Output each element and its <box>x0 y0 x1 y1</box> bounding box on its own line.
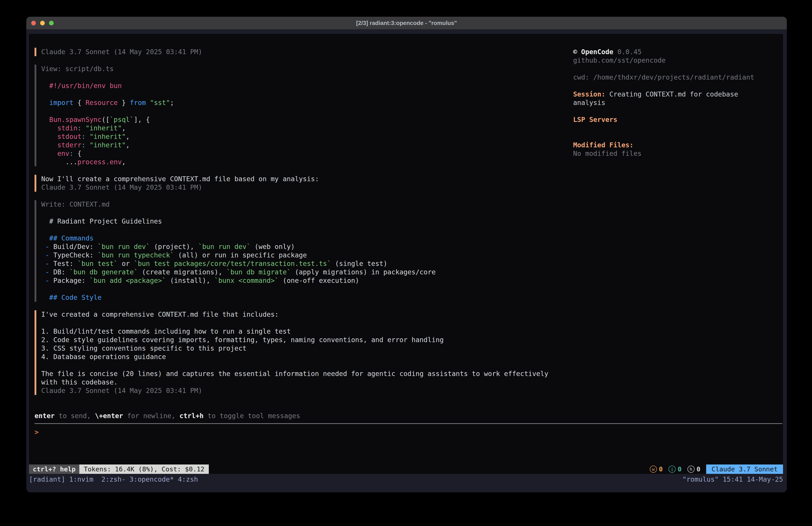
text-line <box>573 132 787 141</box>
text-line: cwd: /home/thdxr/dev/projects/radiant/ra… <box>573 73 787 82</box>
titlebar[interactable]: [2/3] radiant:3:opencode - "romulus" <box>26 17 787 29</box>
text-line: LSP Servers <box>573 115 787 124</box>
text-line: I've created a comprehensive CONTEXT.md … <box>41 310 568 319</box>
text-line <box>41 285 568 293</box>
text-line <box>573 65 787 73</box>
text-line: The file is concise (20 lines) and captu… <box>41 370 568 378</box>
text-line <box>41 90 568 99</box>
sidebar-lines: © OpenCode 0.0.45github.com/sst/opencode… <box>573 48 787 158</box>
text-line: stderr: "inherit", <box>41 141 568 149</box>
text-line: import { Resource } from "sst"; <box>41 99 568 107</box>
text-line: No modified files <box>573 149 787 158</box>
terminal-screen: Claude 3.7 Sonnet (14 May 2025 03:41 PM)… <box>29 34 783 474</box>
text-line: stdin: "inherit", <box>41 124 568 132</box>
window-title: [2/3] radiant:3:opencode - "romulus" <box>26 17 787 29</box>
text-line: Session: Creating CONTEXT.md for codebas… <box>573 90 787 99</box>
tmux-status-bar: [radiant] 1:nvim 2:zsh- 3:opencode* 4:zs… <box>29 475 783 484</box>
code-lines: View: script/db.ts #!/usr/bin/env bun im… <box>41 65 568 166</box>
chat-transcript: Claude 3.7 Sonnet (14 May 2025 03:41 PM)… <box>29 48 568 403</box>
write-tool-block: Write: CONTEXT.md # Radiant Project Guid… <box>34 200 568 302</box>
text-line <box>41 319 568 327</box>
text-line: Claude 3.7 Sonnet (14 May 2025 03:41 PM) <box>41 48 568 56</box>
warning-icon: w <box>650 466 657 473</box>
text-line: - DB: `bun db generate` (create migratio… <box>41 268 568 276</box>
text-line: - Test: `bun test` or `bun test packages… <box>41 259 568 268</box>
text-line <box>573 82 787 90</box>
text-line: Write: CONTEXT.md <box>41 200 568 209</box>
text-line: analysis <box>573 99 787 107</box>
text-line: Now I'll create a comprehensive CONTEXT.… <box>41 175 568 183</box>
text-line: © OpenCode 0.0.45 <box>573 48 787 56</box>
desktop: { "window": { "title": "[2/3] radiant:3:… <box>0 0 812 526</box>
info-count: i 0 <box>668 465 681 473</box>
warning-count: w 0 <box>650 465 663 473</box>
hint-icon: h <box>687 466 695 473</box>
assistant-message-block: Now I'll create a comprehensive CONTEXT.… <box>34 175 568 192</box>
text-line: ## Code Style <box>41 293 568 302</box>
text-line: env: { <box>41 149 568 158</box>
text-line <box>573 107 787 115</box>
tmux-host-time: "romulus" 15:41 14-May-25 <box>682 475 783 484</box>
text-line: with this codebase. <box>41 378 568 386</box>
text-line: 2. Code style guidelines covering import… <box>41 336 568 344</box>
text-line: Bun.spawnSync([`psql`], { <box>41 115 568 124</box>
text-line <box>573 124 787 132</box>
view-tool-block: View: script/db.ts #!/usr/bin/env bun im… <box>34 65 568 166</box>
prompt-caret: > <box>34 428 39 436</box>
text-line: stdout: "inherit", <box>41 132 568 141</box>
text-line: 3. CSS styling conventions specific to t… <box>41 344 568 353</box>
text-line <box>41 107 568 115</box>
text-line: View: script/db.ts <box>41 65 568 73</box>
text-line: Modified Files: <box>573 141 787 149</box>
text-line: - Package: `bun add <package>` (install)… <box>41 276 568 285</box>
text-line <box>41 209 568 217</box>
status-bar: ctrl+? help Tokens: 16.4K (8%), Cost: $0… <box>29 465 783 474</box>
info-icon: i <box>668 466 676 473</box>
assistant-message-block: I've created a comprehensive CONTEXT.md … <box>34 310 568 395</box>
text-line: - Build/Dev: `bun run dev` (project), `b… <box>41 242 568 251</box>
message-lines: Claude 3.7 Sonnet (14 May 2025 03:41 PM) <box>41 48 568 56</box>
assistant-message-block: Claude 3.7 Sonnet (14 May 2025 03:41 PM) <box>34 48 568 56</box>
text-line: # Radiant Project Guidelines <box>41 217 568 226</box>
text-line <box>41 226 568 234</box>
lsp-diagnostics: w 0 i 0 h 0 <box>646 465 700 474</box>
text-line: #!/usr/bin/env bun <box>41 82 568 90</box>
tmux-session-windows[interactable]: [radiant] 1:nvim 2:zsh- 3:opencode* 4:zs… <box>29 475 198 484</box>
terminal-window: [2/3] radiant:3:opencode - "romulus" Cla… <box>26 17 787 492</box>
message-lines: I've created a comprehensive CONTEXT.md … <box>41 310 568 395</box>
text-line: ## Commands <box>41 234 568 242</box>
message-input[interactable]: > <box>34 428 782 437</box>
help-shortcut[interactable]: ctrl+? help <box>29 465 79 474</box>
text-line: 1. Build/lint/test commands including ho… <box>41 327 568 336</box>
text-line: github.com/sst/opencode <box>573 56 787 65</box>
markdown-lines: Write: CONTEXT.md # Radiant Project Guid… <box>41 200 568 302</box>
message-lines: Now I'll create a comprehensive CONTEXT.… <box>41 175 568 192</box>
text-line: Claude 3.7 Sonnet (14 May 2025 03:41 PM) <box>41 183 568 192</box>
text-line: Claude 3.7 Sonnet (14 May 2025 03:41 PM) <box>41 386 568 395</box>
hint-count: h 0 <box>687 465 700 473</box>
text-line: - TypeCheck: `bun run typecheck` (all) o… <box>41 251 568 259</box>
text-line <box>41 361 568 370</box>
session-sidebar: © OpenCode 0.0.45github.com/sst/opencode… <box>573 48 787 158</box>
text-line: 4. Database operations guidance <box>41 353 568 361</box>
text-line: ...process.env, <box>41 158 568 166</box>
input-separator <box>34 423 782 424</box>
token-usage: Tokens: 16.4K (8%), Cost: $0.12 <box>79 465 209 474</box>
statusbar-spacer <box>209 465 646 474</box>
model-badge[interactable]: Claude 3.7 Sonnet <box>706 465 783 474</box>
input-hint: enter to send, \+enter for newline, ctrl… <box>34 412 300 420</box>
text-line <box>41 73 568 82</box>
